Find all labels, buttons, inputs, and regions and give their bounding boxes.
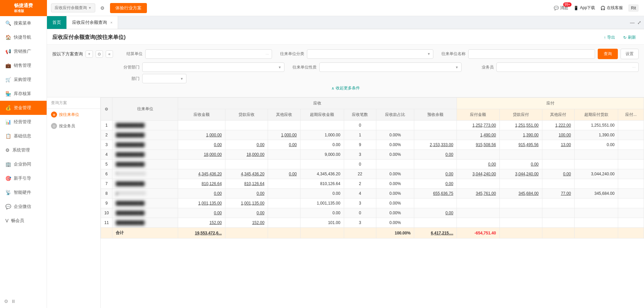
- table-cell[interactable]: 915,495.56: [499, 140, 542, 150]
- query-method-staff[interactable]: ⊙ 按业务员: [47, 120, 100, 132]
- table-cell[interactable]: 0.00: [225, 208, 268, 218]
- table-cell[interactable]: 1,001,135.00: [225, 199, 268, 208]
- table-cell[interactable]: 4,345,436.20: [225, 169, 268, 179]
- table-cell: [268, 189, 300, 199]
- sidebar-item-sales[interactable]: 💼 销售管理: [0, 58, 47, 73]
- table-cell[interactable]: 18,000.00: [178, 150, 225, 160]
- table-cell[interactable]: 1,000.00: [178, 130, 225, 140]
- online-service-button[interactable]: 🎧 在线客服: [600, 5, 623, 11]
- tab-query[interactable]: 应收应付余额查询 ×: [67, 16, 118, 29]
- table-cell[interactable]: 0.00: [414, 150, 457, 160]
- table-cell[interactable]: 0.00: [178, 189, 225, 199]
- table-wrapper[interactable]: ⚙ 往来单位 应收 应付 应收金额 贷款应收 其他应收 超期应收金额: [101, 97, 644, 308]
- filter-add-button[interactable]: +: [86, 50, 93, 58]
- sidebar-item-quicknav[interactable]: 🏠 快捷导航: [0, 30, 47, 44]
- table-cell[interactable]: 0.00: [178, 140, 225, 150]
- filter-wanglai-cat-select[interactable]: ▼: [307, 49, 434, 59]
- table-cell[interactable]: 810,126.64: [178, 179, 225, 189]
- table-cell[interactable]: 0.00: [268, 140, 300, 150]
- table-cell[interactable]: 152.00: [225, 218, 268, 228]
- table-cell[interactable]: 3,044,240.00: [499, 169, 542, 179]
- table-cell[interactable]: 1,222.00: [542, 121, 574, 130]
- table-cell[interactable]: 0.00: [414, 169, 457, 179]
- filter-yewuyuan-input[interactable]: ···: [496, 62, 639, 72]
- tab-maximize-button[interactable]: ⤢: [637, 20, 641, 25]
- tab-minimize-button[interactable]: —: [630, 20, 635, 25]
- topbar-gear-icon[interactable]: ⚙: [98, 3, 107, 13]
- trial-button[interactable]: 体验行业方案: [110, 3, 147, 13]
- table-cell[interactable]: 0.00: [457, 160, 499, 169]
- th-settings[interactable]: ⚙: [101, 98, 112, 121]
- table-cell[interactable]: 1,390.00: [499, 130, 542, 140]
- sidebar-item-purchase[interactable]: 🛒 采购管理: [0, 73, 47, 87]
- filter-wanglai-type-select[interactable]: ▼: [319, 62, 462, 72]
- logo-sub: 标准版: [14, 9, 33, 13]
- table-cell[interactable]: 3,044,240.00: [457, 169, 499, 179]
- table-cell[interactable]: 0.00: [178, 208, 225, 218]
- sidebar-item-marketing[interactable]: 📢 营销推广: [0, 44, 47, 58]
- table-cell[interactable]: 0.00: [542, 169, 574, 179]
- sidebar-settings-icon[interactable]: ⚙: [4, 299, 8, 304]
- table-cell[interactable]: 2,153,333.00: [414, 140, 457, 150]
- table-cell: [457, 218, 499, 228]
- sidebar-collapse-icon[interactable]: ⏸: [11, 299, 16, 304]
- sidebar-item-wechat[interactable]: 💬 企业微信: [0, 200, 47, 214]
- query-method-unit[interactable]: ⊕ 按往来单位: [47, 109, 100, 120]
- settings-button[interactable]: 设置: [621, 49, 639, 59]
- table-cell[interactable]: 1,252,773.00: [457, 121, 499, 130]
- table-cell[interactable]: 18,000.00: [225, 150, 268, 160]
- table-cell[interactable]: 1,251,551.00: [499, 121, 542, 130]
- sidebar-item-finance[interactable]: 💰 资金管理: [0, 101, 47, 115]
- filter-wanglai-name-input[interactable]: [468, 49, 595, 59]
- refresh-button[interactable]: ↻ 刷新: [621, 33, 639, 42]
- table-cell[interactable]: 0.00: [268, 169, 300, 179]
- sidebar-item-member[interactable]: V 畅会员: [0, 214, 47, 228]
- table-cell: 0.00%: [376, 199, 414, 208]
- filter-jiesuan-input[interactable]: ···: [145, 49, 272, 59]
- table-cell[interactable]: 0.00: [414, 179, 457, 189]
- sidebar-item-search[interactable]: 🔍 搜索菜单: [0, 16, 47, 30]
- query-button[interactable]: 查询: [598, 49, 618, 59]
- sidebar-item-inventory[interactable]: 🏪 库存核算: [0, 87, 47, 101]
- table-cell[interactable]: 655,636.75: [414, 189, 457, 199]
- table-cell[interactable]: 0.00: [414, 208, 457, 218]
- table-cell[interactable]: 1,490.00: [457, 130, 499, 140]
- filter-collapse-more[interactable]: ∧ 收起更多条件: [52, 83, 639, 93]
- filter-bumen-select[interactable]: ▼: [142, 74, 186, 83]
- table-cell[interactable]: 0.00: [225, 189, 268, 199]
- query-unit-label: 按往来单位: [59, 112, 79, 118]
- filter-settings-button[interactable]: ⊙: [96, 50, 103, 58]
- table-cell[interactable]: 1,001,135.00: [178, 199, 225, 208]
- table-cell[interactable]: 4,345,436.20: [178, 169, 225, 179]
- export-button[interactable]: ↑ 导出: [601, 33, 618, 42]
- filter-fenguan-select[interactable]: ▼: [142, 62, 284, 72]
- message-button[interactable]: 💬 消息 99+: [554, 5, 568, 11]
- breadcrumb[interactable]: 应收应付余额查询 ▼: [51, 3, 95, 12]
- table-cell[interactable]: 100.00: [542, 130, 574, 140]
- sidebar-item-system[interactable]: ⚙ 系统管理: [0, 143, 47, 157]
- table-cell[interactable]: 0.00: [499, 160, 542, 169]
- sidebar-item-enterprise[interactable]: 🏢 企业协同: [0, 157, 47, 171]
- sidebar-item-basicinfo[interactable]: 📋 基础信息: [0, 129, 47, 143]
- table-cell[interactable]: 915,508.56: [457, 140, 499, 150]
- tab-home[interactable]: 首页: [47, 16, 67, 29]
- user-menu[interactable]: Rit: [628, 4, 639, 12]
- search-icon: 🔍: [5, 20, 11, 26]
- sidebar-item-hardware[interactable]: 📡 智能硬件: [0, 185, 47, 200]
- table-cell[interactable]: 345,761.00: [457, 189, 499, 199]
- sidebar-item-operation[interactable]: 📊 经营管理: [0, 115, 47, 129]
- table-cell[interactable]: 0.00: [225, 140, 268, 150]
- table-cell[interactable]: 810,126.64: [225, 179, 268, 189]
- app-download-button[interactable]: 📱 App下载: [574, 5, 595, 11]
- summary-recv-prepay[interactable]: 6,417,215....: [414, 228, 457, 238]
- tab-close-icon[interactable]: ×: [110, 20, 112, 25]
- table-cell[interactable]: 152.00: [178, 218, 225, 228]
- filter-collapse-button[interactable]: «: [106, 50, 113, 58]
- summary-recv-amount[interactable]: 19,553,472,6...: [178, 228, 225, 238]
- table-cell[interactable]: 1,000.00: [268, 130, 300, 140]
- table-cell[interactable]: 77.00: [542, 189, 574, 199]
- sidebar-item-guide[interactable]: 🎯 新手引导: [0, 171, 47, 185]
- table-cell[interactable]: 13.00: [542, 140, 574, 150]
- table-cell[interactable]: 345,684.00: [499, 189, 542, 199]
- table-cell: [268, 199, 300, 208]
